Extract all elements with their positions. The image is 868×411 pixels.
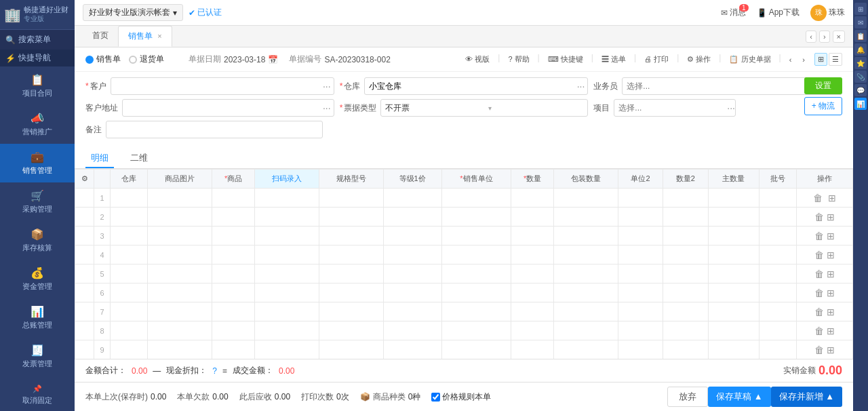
right-tool-btn-4[interactable]: 🔔 [854, 43, 867, 56]
customer-dots-btn[interactable]: ··· [320, 81, 334, 92]
warehouse-dots-btn[interactable]: ··· [574, 81, 588, 92]
sidebar-item-invoice[interactable]: 🧾 发票管理 [0, 337, 75, 376]
right-tool-btn-6[interactable]: 📎 [854, 71, 867, 83]
row-sales-unit-1[interactable] [441, 189, 511, 208]
row-pack-qty-1[interactable] [554, 189, 618, 208]
company-selector[interactable]: 好业财专业版演示帐套 ▾ [83, 4, 183, 21]
add-logistics-button[interactable]: + 物流 [804, 97, 842, 115]
project-input-field[interactable] [614, 101, 724, 115]
row-delete-btn-5[interactable]: 🗑 [813, 269, 825, 279]
row-barcode-1[interactable] [255, 189, 319, 208]
toolbar-list-view[interactable]: ☰ [829, 53, 842, 66]
row-copy-btn-2[interactable]: ⊞ [825, 212, 836, 222]
toolbar-operation-btn[interactable]: ⚙ 操作 [683, 53, 715, 66]
project-dots-btn[interactable]: ··· [724, 102, 738, 113]
toolbar-help-btn[interactable]: ? 帮助 [504, 53, 533, 66]
row-copy-btn-3[interactable]: ⊞ [825, 231, 836, 241]
row-checkbox[interactable] [75, 189, 94, 208]
toolbar-nav-next[interactable]: › [798, 53, 809, 66]
sidebar-item-sales[interactable]: 💼 销售管理 [0, 144, 75, 182]
row-delete-btn-7[interactable]: 🗑 [813, 307, 825, 317]
tab-home[interactable]: 首页 [83, 26, 118, 47]
row-product-1[interactable] [212, 189, 255, 208]
warehouse-input-field[interactable] [365, 79, 574, 93]
row-copy-btn-8[interactable]: ⊞ [825, 326, 836, 336]
toolbar-view-btn[interactable]: 👁 视版 [461, 53, 494, 66]
sidebar-item-ledger[interactable]: 📊 总账管理 [0, 298, 75, 337]
row-delete-btn-6[interactable]: 🗑 [813, 288, 825, 298]
row-delete-btn-3[interactable]: 🗑 [813, 231, 825, 241]
toolbar-shortcut-btn[interactable]: ⌨ 快捷键 [544, 53, 587, 66]
row-copy-btn-7[interactable]: ⊞ [825, 307, 836, 317]
row-delete-btn-4[interactable]: 🗑 [813, 250, 825, 260]
tab-close-all-button[interactable]: × [833, 31, 845, 43]
tab-prev-button[interactable]: ‹ [806, 31, 816, 43]
radio-sales-order[interactable]: 销售单 [85, 54, 121, 65]
toolbar-grid-view[interactable]: ⊞ [814, 53, 827, 66]
note-input[interactable] [106, 121, 323, 138]
tab-next-button[interactable]: › [819, 31, 830, 43]
save-draft-button[interactable]: 保存草稿 ▲ [708, 387, 771, 407]
tab-detail[interactable]: 明细 [85, 149, 114, 168]
sidebar-item-inventory[interactable]: 📦 库存核算 [0, 221, 75, 260]
row-copy-btn-5[interactable]: ⊞ [825, 269, 836, 279]
toolbar-history-btn[interactable]: 📋 历史单据 [725, 53, 774, 66]
toolbar-nav-prev[interactable]: ‹ [785, 53, 796, 66]
project-input[interactable]: ··· [614, 99, 736, 117]
tab-sales-order[interactable]: 销售单 × [118, 26, 172, 47]
toolbar-select-btn[interactable]: ☰ 选单 [597, 53, 630, 66]
row-copy-btn-9[interactable]: ⊞ [825, 345, 836, 355]
sidebar-search-item[interactable]: 🔍 搜索菜单 [0, 30, 75, 50]
row-checkbox[interactable] [75, 208, 94, 227]
row-unit2-1[interactable] [618, 189, 663, 208]
row-copy-btn-1[interactable]: ⊞ [827, 193, 837, 203]
right-tool-btn-5[interactable]: ⭐ [854, 57, 867, 69]
tab-close-icon[interactable]: × [157, 32, 161, 40]
message-button[interactable]: ✉ 1 消息 [721, 7, 746, 18]
row-delete-btn-2[interactable]: 🗑 [813, 212, 825, 222]
row-spec-1[interactable] [319, 189, 383, 208]
warehouse-input[interactable]: ··· [364, 77, 588, 95]
address-dots-btn[interactable]: ··· [320, 102, 334, 113]
row-delete-btn-8[interactable]: 🗑 [813, 326, 825, 336]
save-new-button[interactable]: 保存并新增 ▲ [771, 387, 843, 407]
toolbar-print-btn[interactable]: 🖨 打印 [640, 53, 673, 66]
customer-input[interactable]: ··· [111, 77, 334, 95]
calendar-icon[interactable]: 📅 [268, 55, 278, 64]
row-price1-1[interactable] [383, 189, 441, 208]
sidebar-cancel-fixed[interactable]: 📌 取消固定 [0, 379, 75, 411]
address-input-field[interactable] [123, 101, 320, 115]
row-qty-1[interactable] [511, 189, 554, 208]
row-warehouse-1[interactable] [111, 189, 148, 208]
row-copy-btn-4[interactable]: ⊞ [825, 250, 836, 260]
customer-input-field[interactable] [111, 79, 320, 93]
sidebar-item-finance[interactable]: 💰 资金管理 [0, 260, 75, 298]
col-settings[interactable]: ⚙ [75, 170, 94, 189]
row-delete-btn-9[interactable]: 🗑 [813, 345, 825, 355]
price-check-item[interactable]: 价格规则本单 [431, 391, 491, 403]
row-batch-1[interactable] [759, 189, 796, 208]
tab-2d[interactable]: 二维 [125, 149, 153, 168]
right-tool-btn-7[interactable]: 💬 [854, 84, 867, 96]
sidebar-item-marketing[interactable]: 📣 营销推广 [0, 105, 75, 144]
sidebar-item-project[interactable]: 📋 项目合同 [0, 66, 75, 105]
right-tool-btn-1[interactable]: ⊞ [854, 3, 867, 15]
right-tool-btn-3[interactable]: 📋 [854, 30, 867, 42]
price-check-checkbox[interactable] [431, 393, 440, 402]
right-tool-btn-8[interactable]: 📊 [854, 98, 867, 110]
right-tool-btn-2[interactable]: ✉ [854, 16, 867, 28]
invoice-select[interactable]: 不开票 ▾ [380, 99, 588, 117]
row-qty2-1[interactable] [663, 189, 708, 208]
row-copy-btn-6[interactable]: ⊞ [825, 288, 836, 298]
col-barcode[interactable]: 扫码录入 [255, 170, 319, 189]
sidebar-item-purchase[interactable]: 🛒 采购管理 [0, 182, 75, 221]
row-delete-btn-1[interactable]: 🗑 [812, 193, 824, 203]
help-icon[interactable]: ? [212, 366, 217, 376]
abandon-button[interactable]: 放弃 [667, 387, 708, 407]
app-download-button[interactable]: 📱 App下载 [757, 7, 800, 18]
set-button[interactable]: 设置 [804, 77, 842, 94]
user-avatar-button[interactable]: 珠 珠珠 [810, 5, 845, 21]
address-input[interactable]: ··· [122, 99, 334, 117]
radio-return-order[interactable]: 退货单 [129, 54, 164, 65]
salesperson-input-field[interactable] [623, 79, 828, 93]
